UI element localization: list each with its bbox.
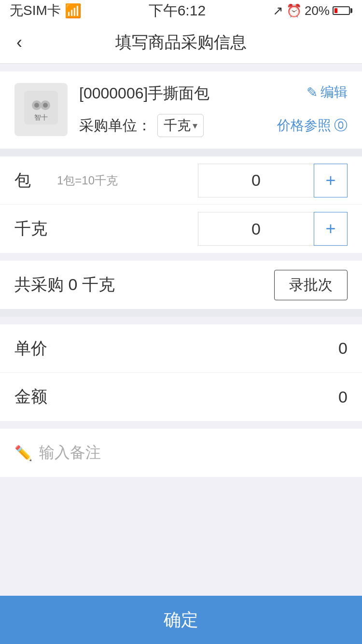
- edit-button[interactable]: ✎ 编辑: [306, 83, 348, 101]
- back-button[interactable]: ‹: [0, 21, 39, 63]
- amount-value: 0: [338, 388, 348, 406]
- product-image: 智十: [14, 83, 68, 136]
- kg-plus-button[interactable]: +: [314, 212, 348, 246]
- unit-price-label: 单价: [14, 337, 47, 360]
- record-batch-button[interactable]: 录批次: [274, 270, 348, 300]
- kg-input-right: +: [198, 212, 348, 246]
- summary-row: 共采购 0 千克 录批次: [0, 261, 362, 309]
- section-divider-2: [0, 309, 362, 317]
- amount-label: 金额: [14, 386, 47, 408]
- brand-logo-svg: 智十: [24, 91, 58, 125]
- dropdown-arrow-icon: ▾: [193, 120, 197, 131]
- price-section: 单价 0 金额 0: [0, 324, 362, 421]
- battery-icon: [333, 6, 352, 15]
- svg-text:智十: 智十: [34, 113, 48, 121]
- svg-point-4: [43, 103, 48, 108]
- pencil-icon: ✏️: [14, 445, 32, 462]
- unit-price-value: 0: [338, 339, 348, 358]
- edit-icon: ✎: [306, 84, 318, 100]
- bag-sublabel: 1包=10千克: [57, 173, 118, 188]
- product-logo-icon: 智十: [24, 91, 58, 129]
- bag-quantity-input[interactable]: [198, 164, 314, 197]
- product-info: [0000006]手撕面包 ✎ 编辑 采购单位： 千克 ▾ 价格参照 ⓪: [79, 83, 348, 137]
- section-divider-1: [0, 149, 362, 156]
- bag-input-row: 包 1包=10千克 +: [0, 156, 362, 205]
- bag-label: 包: [14, 169, 53, 192]
- carrier-label: 无SIM卡: [10, 1, 61, 20]
- help-icon: ⓪: [334, 116, 348, 135]
- note-section[interactable]: ✏️ 输入备注: [0, 429, 362, 477]
- nav-bar: ‹ 填写商品采购信息: [0, 21, 362, 64]
- unit-price-row: 单价 0: [0, 324, 362, 373]
- alarm-icon: ⏰: [286, 3, 302, 18]
- note-placeholder: 输入备注: [39, 442, 101, 463]
- back-icon: ‹: [16, 32, 22, 53]
- price-ref-label: 价格参照: [277, 116, 331, 135]
- unit-select-button[interactable]: 千克 ▾: [157, 114, 204, 137]
- page-title: 填写商品采购信息: [39, 31, 323, 54]
- wifi-icon: 📶: [65, 3, 82, 19]
- price-reference-button[interactable]: 价格参照 ⓪: [277, 116, 348, 135]
- summary-text: 共采购 0 千克: [14, 274, 115, 296]
- confirm-button[interactable]: 确定: [0, 596, 362, 644]
- status-right: ↗ ⏰ 20%: [273, 3, 352, 18]
- kg-label: 千克: [14, 218, 53, 240]
- status-left: 无SIM卡 📶: [10, 1, 82, 20]
- confirm-label: 确定: [164, 608, 198, 632]
- product-header: [0000006]手撕面包 ✎ 编辑: [79, 83, 348, 104]
- input-section: 包 1包=10千克 + 千克 +: [0, 156, 362, 253]
- product-name: [0000006]手撕面包: [79, 83, 209, 104]
- unit-label: 采购单位：: [79, 116, 152, 136]
- bag-input-right: +: [198, 164, 348, 197]
- kg-quantity-input[interactable]: [198, 212, 314, 246]
- svg-point-3: [34, 103, 39, 108]
- unit-value: 千克: [164, 116, 191, 135]
- battery-percent: 20%: [305, 3, 330, 18]
- product-unit-row: 采购单位： 千克 ▾ 价格参照 ⓪: [79, 114, 348, 137]
- summary-section: 共采购 0 千克 录批次: [0, 261, 362, 309]
- edit-label: 编辑: [320, 83, 348, 101]
- time-display: 下午6:12: [149, 1, 206, 21]
- amount-row: 金额 0: [0, 373, 362, 421]
- product-card: 智十 [0000006]手撕面包 ✎ 编辑 采购单位： 千克 ▾ 价格参照 ⓪: [0, 71, 362, 149]
- status-bar: 无SIM卡 📶 下午6:12 ↗ ⏰ 20%: [0, 0, 362, 21]
- record-batch-label: 录批次: [289, 277, 333, 293]
- bag-plus-button[interactable]: +: [314, 164, 348, 197]
- location-icon: ↗: [273, 3, 283, 18]
- kg-input-row: 千克 +: [0, 205, 362, 253]
